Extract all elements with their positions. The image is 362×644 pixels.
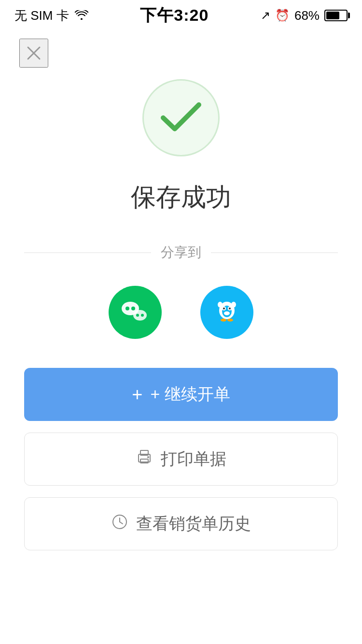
history-icon [111, 513, 128, 534]
action-buttons: + + 继续开单 打印单据 [0, 368, 362, 550]
status-time: 下午3:20 [140, 4, 209, 27]
svg-point-13 [229, 308, 231, 309]
svg-point-14 [224, 311, 230, 315]
continue-plus-icon: + [132, 384, 142, 405]
close-button[interactable] [19, 39, 48, 68]
status-bar: 无 SIM 卡 下午3:20 ↗ ⏰ 68% [0, 0, 362, 31]
svg-point-12 [223, 308, 225, 309]
svg-point-15 [221, 319, 226, 322]
checkmark-icon [159, 101, 203, 135]
share-divider: 分享到 [24, 243, 338, 262]
divider-left [24, 252, 151, 253]
battery-icon [324, 10, 348, 21]
status-right: ↗ ⏰ 68% [261, 8, 348, 23]
history-button[interactable]: 查看销货单历史 [24, 497, 338, 550]
svg-point-4 [131, 307, 135, 310]
location-icon: ↗ [261, 9, 270, 22]
wifi-icon [75, 8, 88, 23]
continue-button[interactable]: + + 继续开单 [24, 368, 338, 421]
print-label: 打印单据 [161, 448, 226, 470]
svg-point-6 [136, 314, 139, 317]
print-button[interactable]: 打印单据 [24, 433, 338, 486]
svg-point-18 [231, 302, 236, 308]
battery-fill [326, 12, 339, 19]
svg-line-25 [120, 522, 123, 524]
share-icons [24, 286, 338, 339]
main-content: 保存成功 分享到 [0, 31, 362, 550]
svg-point-22 [147, 456, 149, 458]
svg-point-17 [218, 302, 223, 308]
wechat-share-button[interactable] [109, 286, 162, 339]
qq-share-button[interactable] [200, 286, 253, 339]
success-circle [142, 79, 220, 156]
divider-right [211, 252, 338, 253]
alarm-icon: ⏰ [275, 9, 290, 22]
share-section: 分享到 [0, 243, 362, 339]
print-icon [136, 448, 153, 470]
svg-point-3 [125, 307, 129, 310]
svg-point-7 [141, 314, 144, 317]
history-label: 查看销货单历史 [136, 513, 251, 535]
continue-label: + 继续开单 [150, 383, 230, 406]
status-left: 无 SIM 卡 [14, 7, 88, 24]
battery-percent: 68% [294, 8, 320, 23]
svg-point-16 [227, 319, 233, 322]
svg-point-5 [133, 310, 147, 321]
carrier-text: 无 SIM 卡 [14, 7, 69, 24]
success-title: 保存成功 [131, 181, 231, 214]
share-label: 分享到 [161, 243, 201, 262]
